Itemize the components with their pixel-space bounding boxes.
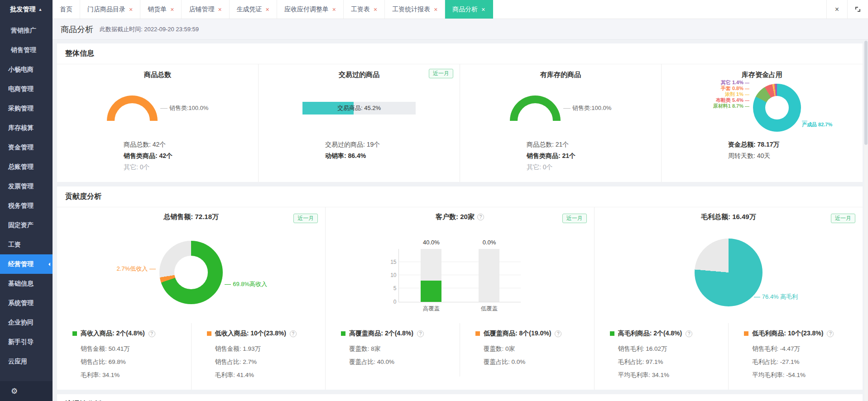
sidebar-item[interactable]: 固定资产 xyxy=(0,215,53,235)
tab[interactable]: 生成凭证× xyxy=(230,0,277,19)
gauge-label: 销售类:100.0% xyxy=(563,104,612,112)
block-title: 总销售额: 72.18万 xyxy=(57,213,325,221)
sidebar-item[interactable]: 总账管理 xyxy=(0,157,53,177)
block-chart: 05101540.0%高覆盖0.0%低覆盖 xyxy=(326,221,594,323)
sidebar-item[interactable]: 经营管理 xyxy=(0,254,53,274)
fullscreen-glyph xyxy=(855,7,860,12)
donut-slice-label: 原材料1 8.7% xyxy=(713,103,749,110)
tab[interactable]: 工资表× xyxy=(344,0,385,19)
module-switcher[interactable]: 批发管理 ▲ xyxy=(0,0,53,19)
sales-donut-chart xyxy=(159,241,223,304)
sidebar-item[interactable]: 销售管理 xyxy=(0,40,53,60)
stat-row: 毛利占比: 97.1% xyxy=(618,355,725,368)
panel-title: 交易过的商品 xyxy=(339,71,379,79)
bar-category-label: 高覆盖 xyxy=(421,305,441,313)
stat-rows: 销售毛利: 16.02万毛利占比: 97.1%平均毛利率: 34.1% xyxy=(610,342,725,382)
section-title-liquidity: 流通性分析 xyxy=(57,394,863,401)
tab[interactable]: 店铺管理× xyxy=(182,0,229,19)
sidebar-item[interactable]: 系统管理 xyxy=(0,293,53,313)
sidebar-item[interactable]: 新手引导 xyxy=(0,332,53,352)
tab-close-icon[interactable]: × xyxy=(129,6,133,13)
gauge-arc xyxy=(510,95,561,121)
panel-stat-rows: 资金总额: 78.17万周转天数: 40天 xyxy=(728,139,796,162)
content: 整体信息 商品总数销售类:100.0%商品总数: 42个销售类商品: 42个其它… xyxy=(53,40,868,401)
fullscreen-icon[interactable] xyxy=(847,0,868,19)
tab-close-icon[interactable]: × xyxy=(434,6,437,13)
stat-row: 平均毛利率: -54.1% xyxy=(752,368,859,382)
stat-header-label: 低收入商品: 10个(23.8%) xyxy=(215,329,286,338)
close-all-tabs-icon[interactable]: × xyxy=(826,0,847,19)
stat-row: 毛利率: 41.4% xyxy=(215,368,322,382)
panel-chart: 销售类:100.0% xyxy=(460,79,661,137)
settings-gear-icon[interactable]: ⚙ xyxy=(11,387,18,396)
stat-rows: 销售金额: 1.93万销售占比: 2.7%毛利率: 41.4% xyxy=(207,342,322,382)
stat-row: 覆盖数: 8家 xyxy=(349,342,456,355)
sidebar-item[interactable]: 工资 xyxy=(0,235,53,254)
info-icon[interactable]: ? xyxy=(417,330,424,337)
panel-stat-rows: 商品总数: 21个销售类商品: 21个其它: 0个 xyxy=(527,139,595,173)
sidebar-item[interactable]: 采购管理 xyxy=(0,99,53,118)
sidebar-item[interactable]: 资金管理 xyxy=(0,138,53,157)
sidebar-item[interactable]: 基础信息 xyxy=(0,274,53,293)
block-stats: 高覆盖商品: 2个(4.8%)?覆盖数: 8家覆盖占比: 40.0%低覆盖商品:… xyxy=(326,323,594,377)
stat-rows: 销售金额: 50.41万销售占比: 69.8%毛利率: 34.1% xyxy=(72,342,187,382)
info-icon[interactable]: ? xyxy=(686,330,692,337)
info-icon[interactable]: ? xyxy=(477,214,484,220)
info-icon[interactable]: ? xyxy=(290,330,297,337)
slice-label-high-income: 69.8%高收入 xyxy=(225,280,267,288)
stat-header-label: 高收入商品: 2个(4.8%) xyxy=(81,329,145,338)
tab[interactable]: 商品分析× xyxy=(445,0,493,19)
page-title: 商品分析 xyxy=(61,24,93,35)
sidebar-item[interactable]: 发票管理 xyxy=(0,177,53,196)
legend-swatch xyxy=(341,331,345,336)
scrollbar-thumb[interactable] xyxy=(864,41,868,145)
stat-row: 商品总数: 42个 xyxy=(124,139,192,150)
section-title-contribution: 贡献度分析 xyxy=(57,186,863,207)
tab-label: 商品分析 xyxy=(452,5,478,14)
gauge-arc xyxy=(107,95,158,121)
tab-close-icon[interactable]: × xyxy=(170,6,174,13)
tab[interactable]: 销货单× xyxy=(140,0,182,19)
stat-rows: 覆盖数: 0家覆盖占比: 0.0% xyxy=(475,342,590,368)
legend-swatch xyxy=(72,331,77,336)
tab-close-icon[interactable]: × xyxy=(481,6,485,13)
stat-row: 销售金额: 1.93万 xyxy=(215,342,322,355)
tab-label: 店铺管理 xyxy=(189,5,214,14)
stat-header: 低毛利商品: 10个(23.8%)? xyxy=(744,329,859,338)
tab[interactable]: 应收应付调整单× xyxy=(277,0,344,19)
stat-row: 毛利占比: -27.1% xyxy=(752,355,859,368)
tab-label: 工资统计报表 xyxy=(392,5,430,14)
tab[interactable]: 工资统计报表× xyxy=(385,0,445,19)
stat-row: 覆盖占比: 40.0% xyxy=(349,355,456,368)
tab-close-icon[interactable]: × xyxy=(266,6,269,13)
stat-row: 覆盖占比: 0.0% xyxy=(484,355,590,368)
tab[interactable]: 门店商品目录× xyxy=(80,0,140,19)
contribution-card: 贡献度分析 总销售额: 72.18万近一月2.7%低收入69.8%高收入高收入商… xyxy=(57,186,863,390)
donut-ring xyxy=(753,84,801,132)
bar-plot: 05101540.0%高覆盖0.0%低覆盖 xyxy=(398,249,521,302)
sidebar-item[interactable]: 企业协同 xyxy=(0,313,53,332)
block-title: 毛利总额: 16.49万 xyxy=(595,213,863,221)
sidebar-item[interactable]: 小畅电商 xyxy=(0,60,53,79)
sidebar-item[interactable]: 库存核算 xyxy=(0,118,53,138)
scrollbar[interactable] xyxy=(864,41,868,401)
background-bar xyxy=(479,249,499,302)
tab[interactable]: 首页 xyxy=(53,0,80,19)
tab-close-icon[interactable]: × xyxy=(374,6,377,13)
stat-header-label: 高毛利商品: 2个(4.8%) xyxy=(618,329,682,338)
stat-row: 销售毛利: -4.47万 xyxy=(752,342,859,355)
info-icon[interactable]: ? xyxy=(149,330,155,337)
tab-close-icon[interactable]: × xyxy=(218,6,221,13)
sidebar-item[interactable]: 营销推广 xyxy=(0,21,53,40)
sidebar-item[interactable]: 税务管理 xyxy=(0,196,53,215)
sidebar-item[interactable]: 云应用 xyxy=(0,352,53,371)
recent-month-badge: 近一月 xyxy=(429,69,453,78)
stat-row: 资金总额: 78.17万 xyxy=(728,139,796,150)
tab-close-icon[interactable]: × xyxy=(332,6,336,13)
sidebar-item[interactable]: 电商管理 xyxy=(0,79,53,99)
panel-chart: 交易商品: 45.2% xyxy=(259,79,460,137)
info-icon[interactable]: ? xyxy=(827,330,834,337)
panel-stat-rows: 商品总数: 42个销售类商品: 42个其它: 0个 xyxy=(124,139,192,173)
stat-column: 高覆盖商品: 2个(4.8%)?覆盖数: 8家覆盖占比: 40.0% xyxy=(326,323,460,377)
info-icon[interactable]: ? xyxy=(555,330,561,337)
